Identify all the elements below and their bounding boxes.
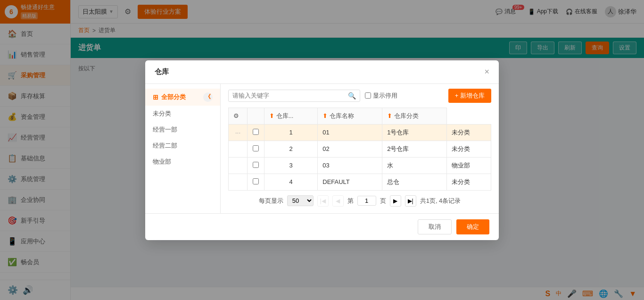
category-item-ops1[interactable]: 经营一部 xyxy=(145,122,220,138)
row-action-cell xyxy=(229,157,248,174)
row-action-cell xyxy=(229,174,248,190)
category-item-property[interactable]: 物业部 xyxy=(145,154,220,170)
row-checkbox-cell xyxy=(248,157,264,174)
row-checkbox-cell xyxy=(248,124,264,141)
row-code: 03 xyxy=(318,157,382,174)
row-name: 总仓 xyxy=(382,174,447,190)
page-label-suffix: 页 xyxy=(380,197,386,205)
row-action-cell xyxy=(229,141,248,157)
warehouse-modal: 仓库 × ⊞ 全部分类 《 未分类 经营一部 经营二部 物业部 xyxy=(145,60,499,240)
category-all-label: 全部分类 xyxy=(161,93,186,101)
row-seq: 2 xyxy=(264,141,318,157)
col-header-checkbox xyxy=(248,108,264,124)
category-item-unclassified[interactable]: 未分类 xyxy=(145,106,220,122)
page-input[interactable] xyxy=(357,196,376,206)
row-seq: 3 xyxy=(264,157,318,174)
search-icon: 🔍 xyxy=(348,92,356,100)
row-action-cell: ··· xyxy=(229,124,248,141)
total-records: 共1页, 4条记录 xyxy=(420,197,461,205)
per-page-select[interactable]: 50 10 20 100 xyxy=(287,195,314,206)
table-row[interactable]: 2 02 2号仓库 未分类 xyxy=(229,141,491,157)
col-header-code: ⬆ 仓库... xyxy=(264,108,318,124)
table-panel: 🔍 显示停用 + 新增仓库 ⚙ xyxy=(221,84,499,213)
modal-footer: 取消 确定 xyxy=(145,213,499,240)
sort-icon: ⬆ xyxy=(269,112,274,119)
warehouse-table: ⚙ ⬆ 仓库... ⬆ 仓库名称 xyxy=(228,108,491,191)
first-page-button[interactable]: |◀ xyxy=(317,195,329,207)
col-header-name: ⬆ 仓库名称 xyxy=(318,108,382,124)
cancel-button[interactable]: 取消 xyxy=(418,219,452,234)
last-page-button[interactable]: ▶| xyxy=(405,195,416,207)
sort-name-icon: ⬆ xyxy=(322,112,328,119)
modal-title: 仓库 xyxy=(155,67,169,76)
table-toolbar: 🔍 显示停用 + 新增仓库 xyxy=(228,89,491,103)
category-item-ops2[interactable]: 经营二部 xyxy=(145,138,220,154)
category-all[interactable]: ⊞ 全部分类 《 xyxy=(145,89,220,106)
row-seq: 4 xyxy=(264,174,318,190)
col-header-settings: ⚙ xyxy=(229,108,248,124)
table-row[interactable]: 4 DEFAULT 总仓 未分类 xyxy=(229,174,491,190)
table-row[interactable]: ··· 1 01 1号仓库 未分类 xyxy=(229,124,491,141)
modal-header: 仓库 × xyxy=(145,60,499,84)
search-input[interactable] xyxy=(232,92,348,99)
search-box: 🔍 xyxy=(228,90,360,102)
show-disabled-label: 显示停用 xyxy=(365,92,397,100)
sort-cat-icon: ⬆ xyxy=(387,112,392,119)
row-seq: 1 xyxy=(264,124,318,141)
modal-body: ⊞ 全部分类 《 未分类 经营一部 经营二部 物业部 🔍 xyxy=(145,84,499,213)
collapse-button[interactable]: 《 xyxy=(203,92,213,102)
prev-page-button[interactable]: ◀ xyxy=(332,195,344,207)
row-checkbox[interactable] xyxy=(253,178,259,184)
row-category: 未分类 xyxy=(447,141,491,157)
next-page-button[interactable]: ▶ xyxy=(390,195,401,207)
per-page-label: 每页显示 xyxy=(259,197,283,205)
row-checkbox-cell xyxy=(248,141,264,157)
row-checkbox[interactable] xyxy=(253,145,259,151)
row-category: 物业部 xyxy=(447,157,491,174)
modal-close-button[interactable]: × xyxy=(484,67,489,77)
category-panel: ⊞ 全部分类 《 未分类 经营一部 经营二部 物业部 xyxy=(145,84,221,213)
row-name: 2号仓库 xyxy=(382,141,447,157)
row-code: 01 xyxy=(318,124,382,141)
table-row[interactable]: 3 03 水 物业部 xyxy=(229,157,491,174)
grid-icon: ⊞ xyxy=(153,93,158,101)
row-checkbox[interactable] xyxy=(253,162,259,168)
row-category: 未分类 xyxy=(447,174,491,190)
row-checkbox[interactable] xyxy=(253,129,259,135)
show-disabled-checkbox[interactable] xyxy=(365,92,371,99)
page-label-prefix: 第 xyxy=(347,197,354,205)
pagination: 每页显示 50 10 20 100 |◀ ◀ 第 页 ▶ ▶| 共1页, 4条记… xyxy=(228,191,491,208)
row-code: DEFAULT xyxy=(318,174,382,190)
add-warehouse-button[interactable]: + 新增仓库 xyxy=(448,89,491,103)
confirm-button[interactable]: 确定 xyxy=(456,219,489,234)
row-code: 02 xyxy=(318,141,382,157)
row-action-icon[interactable]: ··· xyxy=(235,129,241,136)
col-header-category: ⬆ 仓库分类 xyxy=(382,108,447,124)
row-name: 1号仓库 xyxy=(382,124,447,141)
row-category: 未分类 xyxy=(447,124,491,141)
modal-overlay: 仓库 × ⊞ 全部分类 《 未分类 经营一部 经营二部 物业部 xyxy=(0,0,644,300)
row-name: 水 xyxy=(382,157,447,174)
row-checkbox-cell xyxy=(248,174,264,190)
settings-col-icon: ⚙ xyxy=(233,112,239,119)
